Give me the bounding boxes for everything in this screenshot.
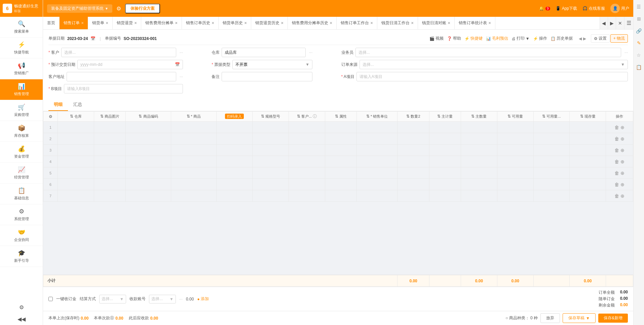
cell-stock-7[interactable] [570, 190, 606, 202]
next-record-icon[interactable]: ▶ [583, 36, 586, 41]
tab-close-2[interactable]: ✕ [106, 21, 108, 25]
cell-stock-1[interactable] [570, 122, 606, 133]
th-main-qty[interactable]: ⇅ 主数量 [461, 112, 497, 122]
tab-close-9[interactable]: ✕ [370, 21, 373, 25]
cell-scan-3[interactable] [216, 145, 253, 156]
cell-code-2[interactable] [126, 133, 171, 145]
address-input[interactable] [67, 72, 176, 81]
cell-main-qty-6[interactable] [461, 179, 497, 190]
cell-cust-code-7[interactable] [289, 190, 325, 202]
cell-spec-6[interactable] [253, 179, 289, 190]
cell-code-3[interactable] [126, 145, 171, 156]
navtab-4[interactable]: 销售费用分摊单✕ [141, 17, 182, 30]
cell-main-qty-3[interactable] [461, 145, 497, 156]
cell-image-5[interactable] [94, 167, 125, 179]
copy-row-icon-6[interactable]: ⊕ [620, 182, 624, 187]
cell-property-2[interactable] [325, 133, 356, 145]
cell-property-4[interactable] [325, 156, 356, 167]
cell-unit-4[interactable] [357, 156, 397, 167]
account-select[interactable]: 选择... ▼ [149, 295, 176, 303]
tab-next-arrow[interactable]: ▶ [608, 17, 616, 30]
cell-qty2-6[interactable] [397, 179, 429, 190]
cell-warehouse-3[interactable] [58, 145, 94, 156]
sidebar-item-4[interactable]: 🛒采购管理 [0, 100, 43, 121]
customer-input[interactable]: 选择... [61, 48, 176, 57]
cell-unit-3[interactable] [357, 145, 397, 156]
online-service-btn[interactable]: 🎧 在线客服 [582, 6, 605, 11]
cell-unit-2[interactable] [357, 133, 397, 145]
cell-ops-4[interactable]: 🗑 ⊕ [606, 156, 633, 167]
cell-qty2-2[interactable] [397, 133, 429, 145]
cell-cust-code-5[interactable] [289, 167, 325, 179]
cell-name-7[interactable] [171, 190, 216, 202]
cell-warehouse-1[interactable] [58, 122, 94, 133]
navtab-12[interactable]: 销售订单统计表✕ [455, 17, 495, 30]
cell-unit-1[interactable] [357, 122, 397, 133]
cell-stock-6[interactable] [570, 179, 606, 190]
tab-close-12[interactable]: ✕ [488, 21, 491, 25]
b-project-input[interactable]: 请输入B项目 [64, 84, 183, 93]
cell-main-unit-3[interactable] [429, 145, 461, 156]
cell-warehouse-5[interactable] [58, 167, 94, 179]
tab-close-6[interactable]: ✕ [244, 21, 247, 25]
system-selector[interactable]: 装备及固定资产辅助管理系统 ▼ [47, 4, 112, 13]
th-qty2[interactable]: ⇅ 数量2 [397, 112, 429, 122]
cell-cust-code-3[interactable] [289, 145, 325, 156]
cell-available2-2[interactable] [533, 133, 570, 145]
cell-ops-3[interactable]: 🗑 ⊕ [606, 145, 633, 156]
th-cust-code[interactable]: ⇅ 客户... ⓘ [289, 112, 325, 122]
delete-row-icon-6[interactable]: 🗑 [614, 182, 619, 187]
th-code[interactable]: ⇅ 商品编码 [126, 112, 171, 122]
th-available2[interactable]: ⇅ 可用量... [533, 112, 570, 122]
cell-image-3[interactable] [94, 145, 125, 156]
sidebar-item-6[interactable]: 💰资金管理 [0, 142, 43, 163]
copy-row-icon-3[interactable]: ⊕ [620, 148, 624, 153]
cell-scan-4[interactable] [216, 156, 253, 167]
sidebar-item-1[interactable]: ⚡快捷导航 [0, 38, 43, 58]
cell-property-1[interactable] [325, 122, 356, 133]
cell-ops-2[interactable]: 🗑 ⊕ [606, 133, 633, 145]
tab-close-5[interactable]: ✕ [212, 21, 214, 25]
cell-main-unit-1[interactable] [429, 122, 461, 133]
th-stock[interactable]: ⇅ 现存量 [570, 112, 606, 122]
cell-image-1[interactable] [94, 122, 125, 133]
cell-scan-7[interactable] [216, 190, 253, 202]
cell-main-unit-4[interactable] [429, 156, 461, 167]
cell-available2-5[interactable] [533, 167, 570, 179]
cell-name-2[interactable] [171, 133, 216, 145]
cell-cust-code-1[interactable] [289, 122, 325, 133]
shortcut-btn[interactable]: ⚡ 快捷键 [464, 36, 483, 41]
tab-close-7[interactable]: ✕ [281, 21, 283, 25]
cell-spec-7[interactable] [253, 190, 289, 202]
delete-row-icon-3[interactable]: 🗑 [614, 148, 619, 153]
cell-available2-6[interactable] [533, 179, 570, 190]
sidebar-item-3[interactable]: 📊销售管理 [0, 79, 43, 100]
cell-warehouse-2[interactable] [58, 133, 94, 145]
cell-scan-2[interactable] [216, 133, 253, 145]
sidebar-settings[interactable]: ⚙ [0, 301, 43, 313]
sidebar-item-9[interactable]: ⚙系统管理 [0, 204, 43, 225]
cell-cust-code-4[interactable] [289, 156, 325, 167]
cell-available2-4[interactable] [533, 156, 570, 167]
industry-btn[interactable]: 体验行业方案 [125, 4, 160, 13]
navtab-5[interactable]: 销售订单历史✕ [182, 17, 219, 30]
rp-btn-1[interactable]: ☰ [635, 3, 643, 11]
cell-spec-4[interactable] [253, 156, 289, 167]
copy-row-icon-1[interactable]: ⊕ [620, 125, 624, 130]
view-video-btn[interactable]: 🎬 视频 [429, 36, 444, 41]
copy-row-icon-4[interactable]: ⊕ [620, 159, 624, 164]
cell-cust-code-6[interactable] [289, 179, 325, 190]
cell-available-3[interactable] [497, 145, 533, 156]
sidebar-item-8[interactable]: 📋基础信息 [0, 184, 43, 204]
tab-close-3[interactable]: ✕ [134, 21, 137, 25]
copy-row-icon-7[interactable]: ⊕ [620, 193, 624, 199]
save-new-button[interactable]: 保存&新增 [598, 314, 628, 323]
th-available[interactable]: ⇅ 可用量 [497, 112, 533, 122]
history-btn[interactable]: 📋 历史单据 [551, 36, 573, 41]
cell-property-7[interactable] [325, 190, 356, 202]
cell-main-unit-7[interactable] [429, 190, 461, 202]
save-draft-button[interactable]: 保存草稿 ▼ [563, 313, 596, 323]
tab-close-4[interactable]: ✕ [175, 21, 178, 25]
discard-button[interactable]: 放弃 [540, 313, 560, 323]
cell-main-qty-4[interactable] [461, 156, 497, 167]
